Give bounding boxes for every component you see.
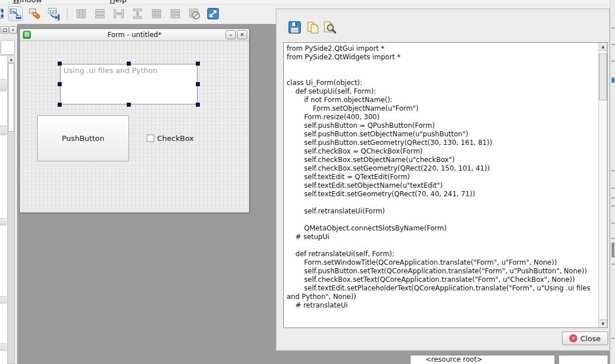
selection-handle[interactable] [127, 62, 131, 66]
textedit-widget-selected[interactable]: Using .ui files and Python [60, 64, 198, 104]
edit-tab-order-icon[interactable]: 123 [46, 6, 61, 21]
pushbutton-widget[interactable]: PushButton [37, 115, 129, 161]
form-canvas[interactable]: Using .ui files and Python PushButton Ch… [20, 41, 249, 212]
checkbox-widget[interactable]: CheckBox [146, 127, 203, 150]
code-view[interactable]: from PySide2.QtGui import *from PySide2.… [283, 42, 608, 328]
layout-grid-icon[interactable] [149, 6, 164, 21]
selection-handle[interactable] [58, 62, 62, 66]
code-line: QMetaObject.connectSlotsByName(Form) [287, 224, 598, 233]
close-button[interactable]: ✕ [237, 30, 247, 39]
form-window-titlebar[interactable]: D Form - untitled* - ✕ [20, 29, 249, 41]
scroll-up-icon[interactable]: ▲ [599, 43, 607, 51]
scrollbar-thumb[interactable] [599, 54, 607, 100]
dialog-close-button[interactable]: ✕ Close [562, 331, 608, 345]
layout-form-icon[interactable] [168, 6, 183, 21]
save-icon[interactable] [287, 20, 302, 35]
code-line: self.textEdit = QTextEdit(Form) [287, 173, 598, 181]
edit-buddies-icon[interactable] [27, 6, 42, 21]
menu-window[interactable]: Window [13, 0, 42, 4]
code-line: self.pushButton = QPushButton(Form) [287, 122, 598, 130]
code-line: self.textEdit.setPlaceholderText(QCoreAp… [287, 284, 598, 293]
scroll-marker [612, 27, 614, 29]
scroll-marker [612, 238, 614, 239]
resource-browser-panel[interactable]: <resource root> [410, 355, 555, 364]
code-line: and Python", None)) [287, 293, 598, 301]
code-line: # setupUi [287, 233, 598, 241]
code-line: self.pushButton.setGeometry(QRect(30, 13… [287, 139, 598, 147]
menu-help[interactable]: Help [110, 0, 127, 4]
selection-handle[interactable] [196, 62, 200, 66]
layout-vertically-icon[interactable] [93, 6, 107, 21]
scrollbar-thumb[interactable] [612, 242, 614, 257]
code-text: from PySide2.QtGui import *from PySide2.… [284, 43, 598, 327]
find-icon[interactable] [322, 20, 337, 35]
code-line [287, 62, 598, 70]
scroll-marker [612, 205, 614, 207]
minimize-button[interactable]: - [226, 30, 236, 39]
widget-category-header[interactable] [0, 218, 7, 225]
code-line: self.checkBox.setObjectName(u"checkBox") [287, 156, 598, 164]
widget-box-list[interactable] [0, 55, 7, 364]
selection-handle[interactable] [58, 82, 62, 86]
dock-close-button[interactable]: ✕ [9, 26, 17, 34]
selection-handle[interactable] [127, 103, 131, 107]
code-line: class Ui_Form(object): [287, 79, 598, 87]
layout-vertical-splitter-icon[interactable] [130, 6, 145, 21]
checkbox-indicator[interactable] [147, 135, 154, 142]
widget-box-scrollbar[interactable]: ▲ [7, 55, 15, 364]
scroll-up-icon[interactable]: ▲ [8, 56, 14, 63]
code-line: from PySide2.QtWidgets import * [287, 53, 598, 62]
designer-form-icon: D [23, 31, 31, 39]
copy-icon[interactable] [306, 20, 320, 35]
close-button-label: Close [580, 334, 600, 343]
widget-category-header[interactable] [0, 296, 7, 304]
menu-bar: Window Help [0, 0, 615, 5]
dock-float-button[interactable] [1, 26, 9, 34]
code-line: self.textEdit.setGeometry(QRect(70, 40, … [287, 190, 598, 199]
code-line [287, 216, 598, 224]
code-line: self.checkBox.setText(QCoreApplication.t… [287, 276, 598, 284]
code-line: from PySide2.QtGui import * [287, 45, 598, 53]
code-line: self.textEdit.setObjectName(u"textEdit") [287, 181, 598, 190]
widget-category-header[interactable] [0, 343, 7, 351]
textedit-widget[interactable]: Using .ui files and Python [60, 64, 198, 104]
selection-handle[interactable] [58, 103, 62, 107]
code-line: self.pushButton.setText(QCoreApplication… [287, 267, 598, 276]
scroll-marker [612, 44, 614, 45]
break-layout-icon[interactable] [187, 6, 202, 21]
code-line [287, 241, 598, 250]
code-line: Form.resize(400, 300) [287, 113, 598, 122]
close-circle-icon: ✕ [569, 334, 577, 342]
code-line: Form.setObjectName(u"Form") [287, 104, 598, 113]
code-scrollbar[interactable]: ▲ ▼ [598, 43, 607, 327]
layout-horizontal-splitter-icon[interactable] [111, 6, 126, 21]
code-line: def setupUi(self, Form): [287, 87, 598, 96]
edit-signals-slots-icon[interactable] [8, 6, 23, 21]
toolbar-separator [67, 8, 69, 20]
code-line: self.pushButton.setObjectName(u"pushButt… [287, 130, 598, 139]
code-line [287, 199, 598, 207]
scroll-marker [612, 338, 614, 339]
scroll-marker [612, 223, 614, 224]
code-line: def retranslateUi(self, Form): [287, 250, 598, 258]
adjust-size-icon[interactable] [206, 6, 220, 21]
scroll-marker [612, 264, 614, 265]
edit-widgets-icon[interactable] [0, 6, 5, 21]
textedit-placeholder: Using .ui files and Python [63, 66, 197, 75]
layout-horizontally-icon[interactable] [74, 6, 89, 21]
view-python-code-dialog: from PySide2.QtGui import *from PySide2.… [276, 9, 610, 351]
resource-detail-panel[interactable] [558, 355, 608, 364]
scroll-marker [612, 170, 614, 171]
scrollbar-thumb[interactable] [8, 63, 14, 132]
resource-root-item[interactable]: <resource root> [411, 355, 554, 364]
widget-category-header[interactable] [0, 126, 7, 135]
code-line: self.checkBox = QCheckBox(Form) [287, 147, 598, 156]
widget-category-header[interactable] [0, 79, 7, 91]
selection-handle[interactable] [196, 103, 200, 107]
scroll-down-icon[interactable]: ▼ [599, 319, 607, 327]
form-editor-window: D Form - untitled* - ✕ Using .ui files a… [19, 29, 250, 213]
selection-handle[interactable] [196, 82, 200, 86]
right-edge-scroll-strip[interactable] [610, 0, 615, 364]
scroll-marker-current [612, 78, 614, 83]
widget-filter-input[interactable] [1, 40, 15, 55]
